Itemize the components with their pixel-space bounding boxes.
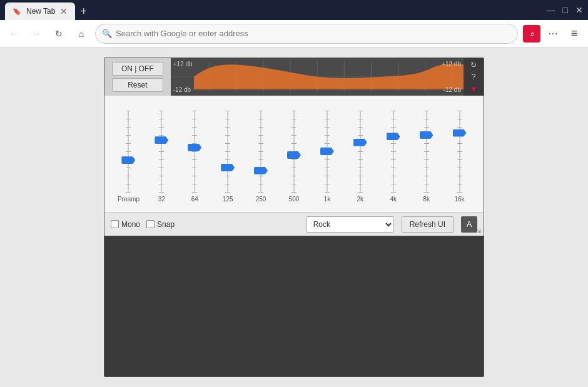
slider-tick	[457, 184, 462, 184]
slider-tick	[457, 192, 462, 193]
minimize-button[interactable]: —	[547, 5, 555, 15]
slider-tick	[291, 184, 297, 184]
slider-tick	[225, 184, 230, 184]
eq-controls: ON | OFF Reset	[104, 58, 171, 96]
reset-button[interactable]: Reset	[112, 78, 163, 92]
slider-tick	[325, 135, 330, 136]
more-icon: ⋯	[548, 28, 558, 39]
slider-tick	[291, 168, 297, 168]
font-button[interactable]: A	[461, 216, 477, 233]
slider-tick	[358, 151, 363, 152]
slider-tick	[258, 143, 263, 144]
eq-top-section: ON | OFF Reset +12 db +12 db -12 db -12 …	[104, 58, 484, 96]
slider-handle-4k[interactable]	[387, 133, 400, 140]
home-icon: ⌂	[79, 29, 84, 39]
slider-track-1k	[327, 111, 328, 192]
preset-select[interactable]: RockPopJazzClassicalBass BoostTreble Boo…	[307, 216, 394, 233]
resize-handle[interactable]: ⇲	[476, 228, 481, 234]
tab-close-icon[interactable]: ✕	[60, 6, 68, 16]
slider-track-64	[194, 111, 195, 192]
slider-tick	[358, 176, 363, 176]
slider-tick	[457, 176, 462, 176]
active-tab[interactable]: 🔖 New Tab ✕	[5, 3, 75, 20]
refresh-button[interactable]: ↻	[50, 25, 68, 43]
slider-tick	[159, 192, 164, 193]
address-input[interactable]	[116, 29, 510, 38]
slider-label-32: 32	[158, 196, 165, 203]
eq-settings-icon-button[interactable]: ↻	[467, 61, 480, 70]
slider-label-1k: 1k	[324, 196, 331, 203]
slider-handle-2k[interactable]	[353, 139, 367, 146]
slider-tick	[192, 168, 197, 168]
refresh-icon: ↻	[55, 29, 63, 39]
slider-tick	[424, 176, 429, 176]
eq-graph: +12 db +12 db -12 db -12 db	[171, 58, 464, 96]
slider-track-32	[161, 111, 162, 192]
slider-tick	[358, 184, 363, 184]
slider-column-4k: 4k	[377, 106, 410, 207]
eq-extension-button[interactable]: ♬	[523, 25, 540, 43]
slider-column-16k: 16k	[443, 106, 476, 207]
slider-handle-250[interactable]	[254, 167, 268, 174]
slider-tick	[126, 184, 131, 184]
slider-handle-preamp[interactable]	[121, 156, 135, 164]
on-off-button[interactable]: ON | OFF	[112, 62, 163, 76]
slider-tick	[291, 176, 297, 176]
new-tab-button[interactable]: +	[80, 5, 87, 18]
slider-handle-8k[interactable]	[420, 131, 433, 139]
slider-label-250: 250	[256, 196, 266, 203]
page-content: ON | OFF Reset +12 db +12 db -12 db -12 …	[0, 48, 588, 387]
slider-handle-16k[interactable]	[453, 129, 467, 137]
slider-column-1k: 1k	[310, 106, 343, 207]
slider-handle-125[interactable]	[221, 164, 235, 171]
eq-heart-icon-button[interactable]: ♥	[467, 84, 480, 93]
refresh-ui-button[interactable]: Refresh UI	[402, 216, 454, 233]
snap-checkbox-box[interactable]	[146, 220, 155, 228]
menu-button[interactable]: ≡	[565, 25, 583, 43]
slider-tick	[358, 111, 363, 111]
slider-tick	[192, 176, 197, 176]
slider-tick	[358, 135, 363, 136]
slider-handle-32[interactable]	[155, 136, 168, 144]
slider-tick	[225, 192, 230, 193]
slider-tick	[159, 176, 164, 176]
slider-tick	[225, 111, 230, 111]
slider-tick	[391, 168, 396, 168]
slider-label-2k: 2k	[357, 196, 364, 203]
title-bar: 🔖 New Tab ✕ + — □ ✕	[0, 0, 588, 20]
slider-tick	[192, 143, 197, 144]
mono-checkbox[interactable]: Mono	[111, 220, 140, 229]
slider-handle-64[interactable]	[188, 144, 201, 151]
slider-tick	[225, 151, 230, 152]
slider-track-8k	[426, 111, 427, 192]
mono-checkbox-box[interactable]	[111, 220, 119, 228]
graph-label-top-right: +12 db	[442, 61, 461, 68]
slider-label-125: 125	[223, 196, 233, 203]
slider-tick	[258, 151, 263, 152]
eq-help-icon-button[interactable]: ?	[467, 73, 480, 82]
forward-button[interactable]: →	[28, 25, 45, 43]
slider-tick	[258, 176, 263, 176]
more-button[interactable]: ⋯	[544, 25, 562, 43]
snap-checkbox[interactable]: Snap	[146, 220, 175, 229]
slider-handle-500[interactable]	[287, 151, 301, 159]
slider-tick	[424, 143, 429, 144]
tab-label: New Tab	[26, 7, 55, 16]
home-button[interactable]: ⌂	[73, 25, 90, 43]
slider-column-64: 64	[178, 106, 211, 207]
back-button[interactable]: ←	[5, 25, 23, 43]
slider-tick	[192, 151, 197, 152]
slider-tick	[391, 111, 396, 111]
slider-tick	[391, 176, 396, 176]
question-icon: ?	[472, 73, 476, 81]
window-controls: — □ ✕	[547, 5, 583, 15]
nav-right-area: ♬ ⋯ ≡	[523, 25, 583, 43]
slider-column-250: 250	[245, 106, 278, 207]
slider-handle-1k[interactable]	[320, 148, 334, 155]
slider-tick	[325, 111, 330, 111]
close-button[interactable]: ✕	[575, 5, 583, 15]
maximize-button[interactable]: □	[563, 5, 568, 15]
eq-curve-svg	[171, 58, 464, 96]
slider-tick	[358, 127, 363, 128]
slider-tick	[391, 143, 396, 144]
